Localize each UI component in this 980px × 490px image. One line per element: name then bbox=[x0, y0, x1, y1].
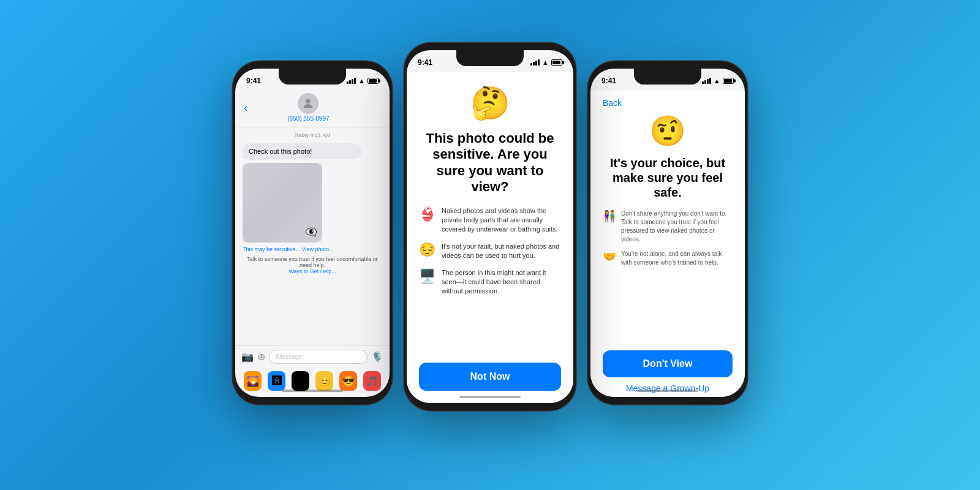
person-icon bbox=[301, 97, 315, 110]
choice-item-2: 🤝 You're not alone, and can always talk … bbox=[603, 250, 733, 267]
bitmoji-icon[interactable]: 😊 bbox=[315, 371, 333, 391]
notch-right bbox=[634, 69, 701, 85]
messages-nav: ‹ (650) 555-8997 bbox=[235, 91, 390, 127]
status-icons-right: ▲ bbox=[702, 77, 734, 85]
choice-item-1: 👫 Don't share anything you don't want to… bbox=[603, 209, 733, 244]
warning-text-1: Naked photos and videos show the private… bbox=[442, 206, 561, 235]
home-indicator-right bbox=[637, 390, 698, 392]
battery-icon-right bbox=[723, 78, 734, 84]
notch-center bbox=[456, 50, 524, 66]
appstore-app-icon[interactable]: 🅰 bbox=[268, 371, 285, 391]
warning-emoji-1: 👙 bbox=[419, 206, 435, 222]
warning-item-2: 😔 It's not your fault, but naked photos … bbox=[419, 242, 561, 261]
audio-icon[interactable]: 🎙️ bbox=[371, 351, 383, 363]
warning-emoji-2: 😔 bbox=[419, 242, 435, 258]
wifi-icon-center: ▲ bbox=[542, 59, 549, 66]
choice-text-1: Don't share anything you don't want to. … bbox=[621, 209, 733, 244]
choice-emoji-1: 👫 bbox=[603, 209, 616, 223]
music-icon[interactable]: 🎵 bbox=[363, 371, 381, 391]
back-link-right[interactable]: Back bbox=[603, 98, 622, 108]
phone-right-screen: 9:41 ▲ Back 🤨 It bbox=[590, 69, 745, 397]
time-center: 9:41 bbox=[418, 58, 432, 67]
warning-emoji-3: 🖥️ bbox=[419, 268, 435, 284]
warning-item-1: 👙 Naked photos and videos show the priva… bbox=[419, 206, 561, 235]
signal-icon-right bbox=[702, 78, 711, 84]
phone-left: 9:41 ▲ ‹ bbox=[233, 61, 392, 404]
time-left: 9:41 bbox=[246, 77, 261, 85]
sensitive-text: This may be sensitive... View photo... bbox=[243, 246, 382, 252]
signal-icon-left bbox=[347, 78, 356, 84]
home-indicator-center bbox=[459, 396, 521, 398]
warning-screen: 🤔 This photo could be sensitive. Are you… bbox=[407, 72, 573, 403]
choice-title: It's your choice, but make sure you feel… bbox=[603, 156, 733, 200]
status-icons-center: ▲ bbox=[530, 59, 562, 66]
warning-emoji: 🤔 bbox=[470, 85, 510, 122]
view-photo-link[interactable]: View photo... bbox=[302, 246, 334, 252]
choice-items: 👫 Don't share anything you don't want to… bbox=[603, 209, 733, 267]
phone-center-screen: 9:41 ▲ 🤔 This photo coul bbox=[407, 50, 573, 403]
eye-slash-icon: 👁️‍🗨️ bbox=[305, 226, 317, 238]
phone-center: 9:41 ▲ 🤔 This photo coul bbox=[404, 43, 576, 410]
help-link[interactable]: Ways to Get Help... bbox=[243, 268, 382, 274]
photos-app-icon[interactable]: 🌄 bbox=[244, 371, 262, 391]
choice-emoji-2: 🤝 bbox=[603, 250, 616, 263]
battery-icon-left bbox=[368, 78, 379, 84]
message-timestamp: Today 9:41 AM bbox=[243, 132, 382, 138]
camera-icon[interactable]: 📷 bbox=[241, 351, 254, 363]
messages-area: Today 9:41 AM Check out this photo! 👁️‍🗨… bbox=[235, 127, 390, 279]
not-now-button[interactable]: Not Now bbox=[419, 363, 561, 391]
home-indicator-left bbox=[282, 390, 343, 392]
notch-left bbox=[279, 69, 346, 85]
choice-emoji: 🤨 bbox=[649, 114, 686, 148]
message-input-bar: 📷 ⊕ iMessage 🎙️ bbox=[235, 345, 390, 368]
contact-avatar bbox=[298, 93, 318, 114]
phones-container: 9:41 ▲ ‹ bbox=[214, 24, 766, 466]
svg-point-0 bbox=[306, 99, 311, 104]
app-row: 🌄 🅰 Pay 😊 😎 🎵 bbox=[235, 371, 390, 391]
warning-title: This photo could be sensitive. Are you s… bbox=[419, 130, 561, 195]
apps-icon[interactable]: ⊕ bbox=[257, 351, 265, 363]
time-right: 9:41 bbox=[601, 77, 616, 85]
warning-items: 👙 Naked photos and videos show the priva… bbox=[419, 206, 561, 296]
blurred-image: 👁️‍🗨️ bbox=[243, 163, 322, 243]
message-bubble: Check out this photo! bbox=[243, 143, 361, 159]
battery-icon-center bbox=[551, 59, 562, 66]
emoji-icon[interactable]: 😎 bbox=[339, 371, 357, 391]
contact-info: (650) 555-8997 bbox=[287, 93, 329, 122]
warning-text-2: It's not your fault, but naked photos an… bbox=[442, 242, 561, 261]
applepay-icon[interactable]: Pay bbox=[292, 371, 309, 391]
signal-icon-center bbox=[530, 59, 540, 66]
dont-view-button[interactable]: Don't View bbox=[603, 350, 733, 377]
phone-left-screen: 9:41 ▲ ‹ bbox=[235, 69, 390, 397]
warning-item-3: 🖥️ The person in this might not want it … bbox=[419, 268, 561, 296]
warning-text-3: The person in this might not want it see… bbox=[442, 268, 561, 296]
choice-screen: Back 🤨 It's your choice, but make sure y… bbox=[590, 91, 745, 397]
wifi-icon-left: ▲ bbox=[358, 77, 365, 85]
choice-text-2: You're not alone, and can always talk wi… bbox=[621, 250, 733, 267]
back-arrow-left[interactable]: ‹ bbox=[244, 100, 248, 115]
contact-number[interactable]: (650) 555-8997 bbox=[287, 115, 329, 122]
status-icons-left: ▲ bbox=[347, 77, 379, 85]
help-text: Talk to someone you trust if you feel un… bbox=[243, 256, 382, 268]
phone-right: 9:41 ▲ Back 🤨 It bbox=[588, 61, 747, 404]
wifi-icon-right: ▲ bbox=[714, 77, 720, 85]
message-input[interactable]: iMessage bbox=[269, 350, 368, 364]
